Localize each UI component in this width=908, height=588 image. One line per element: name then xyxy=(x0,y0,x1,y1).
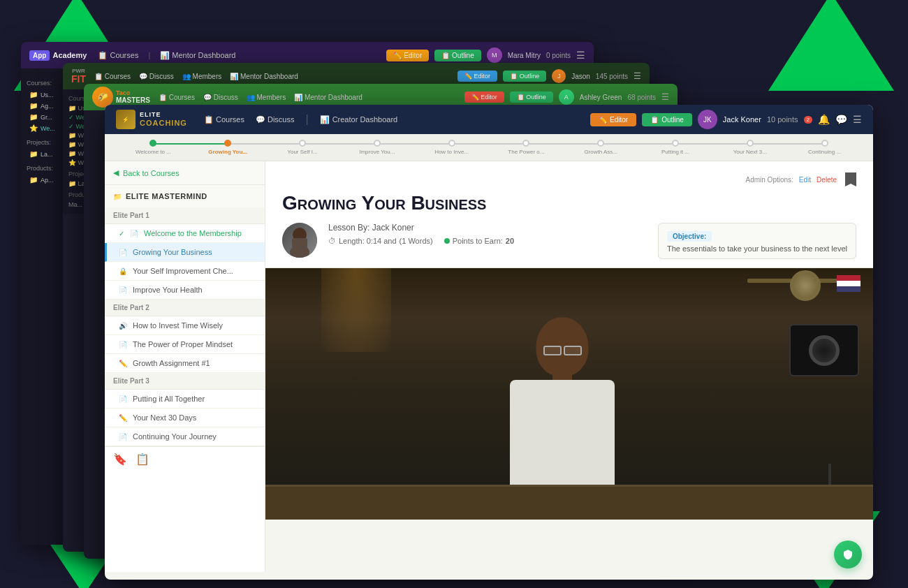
bookmark-icon[interactable] xyxy=(845,172,856,186)
video-background xyxy=(265,268,873,520)
page-icon: 📄 xyxy=(119,249,127,256)
outline-button[interactable]: 📋 Outline xyxy=(642,113,692,126)
bookmark-button[interactable]: 🔖 xyxy=(113,453,127,466)
elite-nav-links: 📋 Courses 💬 Discuss | 📊 Creator Dashboar… xyxy=(204,113,397,126)
editor-button[interactable]: ✏️ Editor xyxy=(590,113,636,126)
lesson-title: Welcome to the Membership xyxy=(144,229,242,237)
lesson-putting-together[interactable]: 📄 Putting it All Together xyxy=(105,390,265,409)
bell-icon[interactable]: 🔔 xyxy=(818,114,830,125)
back-to-courses-btn[interactable]: ◀ Back to Courses xyxy=(105,161,265,185)
user-name: Jason xyxy=(571,73,590,80)
admin-edit-link[interactable]: Edit xyxy=(799,176,811,184)
video-container[interactable] xyxy=(265,268,873,520)
step-line-9 xyxy=(750,143,825,145)
glasses-right xyxy=(564,346,582,355)
lesson-next-30-days[interactable]: ✏️ Your Next 30 Days xyxy=(105,409,265,427)
nav-members[interactable]: 👥 Members xyxy=(247,94,286,101)
step-dot-8 xyxy=(672,140,679,147)
lesson-title: Your Self Improvement Che... xyxy=(133,267,233,275)
outline-icon: 📋 xyxy=(650,116,659,124)
nav-discuss[interactable]: 💬 Discuss xyxy=(256,115,295,124)
editor-icon: ✏️ xyxy=(599,116,607,124)
lesson-continuing[interactable]: 📄 Continuing Your Journey xyxy=(105,427,265,446)
page-icon: 📄 xyxy=(119,395,127,403)
notification-badge[interactable]: 2 xyxy=(804,116,812,124)
points-detail: Points to Earn: 20 xyxy=(444,237,514,245)
lesson-self-improvement[interactable]: 🔒 Your Self Improvement Che... xyxy=(105,262,265,281)
back-label: Back to Courses xyxy=(123,169,180,177)
menu-icon[interactable]: ☰ xyxy=(576,50,585,61)
step-dot-6 xyxy=(522,140,529,147)
note-button[interactable]: 📋 xyxy=(136,453,149,466)
editor-button[interactable]: ✏️ Editor xyxy=(386,50,429,61)
nav-creator-dashboard[interactable]: 📊 Creator Dashboard xyxy=(320,115,398,124)
step-label-1: Welcome to ... xyxy=(136,149,171,155)
nav-members[interactable]: 👥 Members xyxy=(182,73,221,80)
nav-mentor[interactable]: 📊 Mentor Dashboard xyxy=(230,73,298,80)
lesson-invest-time[interactable]: 🔊 How to Invest Time Wisely xyxy=(105,316,265,335)
menu-icon[interactable]: ☰ xyxy=(661,92,669,102)
outline-btn[interactable]: 📋 Outline xyxy=(503,71,546,82)
nav-courses[interactable]: 📋 Courses xyxy=(159,94,195,101)
menu-icon[interactable]: ☰ xyxy=(853,114,862,125)
objective-header: Objective: xyxy=(667,231,712,242)
lesson-growth-assignment[interactable]: ✏️ Growth Assignment #1 xyxy=(105,354,265,373)
course-title-icon: 📁 xyxy=(113,193,122,200)
nav-mentor-link[interactable]: 📊 Mentor Dashboard xyxy=(160,51,235,60)
progress-step-10[interactable]: Continuing ... xyxy=(787,140,862,155)
lesson-welcome[interactable]: ✓ 📄 Welcome to the Membership xyxy=(105,224,265,243)
nav-courses-link[interactable]: 📋 Courses xyxy=(98,51,138,60)
user-avatar: JK xyxy=(698,110,717,129)
admin-options: Admin Options: Edit Delete xyxy=(282,172,856,186)
progress-step-6[interactable]: The Power o... xyxy=(489,140,564,155)
words-text: (1 Words) xyxy=(400,237,433,245)
scene-flag xyxy=(837,275,861,292)
green-circle-button[interactable] xyxy=(834,541,862,568)
nav-mentor[interactable]: 📊 Mentor Dashboard xyxy=(294,94,363,101)
objective-text: The essentials to take your business to … xyxy=(667,244,847,253)
progress-step-4[interactable]: Improve You... xyxy=(339,140,414,155)
appacademy-logo: App Academy xyxy=(29,50,87,61)
outline-button[interactable]: 📋 Outline xyxy=(434,50,481,61)
page-icon: 📄 xyxy=(130,230,138,237)
step-line-5 xyxy=(452,143,527,145)
person-head xyxy=(536,317,589,376)
admin-delete-link[interactable]: Delete xyxy=(817,176,837,184)
progress-step-5[interactable]: How to Inve... xyxy=(414,140,489,155)
progress-step-3[interactable]: Your Self I... xyxy=(265,140,340,155)
lesson-growing[interactable]: 📄 Growing Your Business xyxy=(105,243,265,262)
progress-step-2[interactable]: Growing You... xyxy=(191,140,265,155)
step-label-6: The Power o... xyxy=(508,149,544,155)
progress-step-8[interactable]: Putting it ... xyxy=(638,140,713,155)
progress-step-1[interactable]: Welcome to ... xyxy=(116,140,191,155)
user-name: Ashley Green xyxy=(580,94,622,101)
elite-logo: ⚡ ELITE COACHING xyxy=(116,110,187,129)
nav-discuss[interactable]: 💬 Discuss xyxy=(139,73,174,80)
nav-discuss[interactable]: 💬 Discuss xyxy=(203,94,238,101)
nav-courses[interactable]: 📋 Courses xyxy=(204,115,244,124)
sidebar-bottom: 🔖 📋 xyxy=(105,446,265,471)
editor-btn[interactable]: ✏️ Editor xyxy=(464,91,504,103)
elite-navbar: ⚡ ELITE COACHING 📋 Courses 💬 Discuss | 📊… xyxy=(105,105,873,134)
step-label-7: Growth Ass... xyxy=(584,149,617,155)
menu-icon[interactable]: ☰ xyxy=(634,71,641,81)
lesson-health[interactable]: 📄 Improve Your Health xyxy=(105,281,265,300)
lesson-mindset[interactable]: 📄 The Power of Proper Mindset xyxy=(105,335,265,354)
editor-btn[interactable]: ✏️ Editor xyxy=(457,71,497,82)
elite-logo-icon: ⚡ xyxy=(116,110,136,129)
nav-courses[interactable]: 📋 Courses xyxy=(94,73,131,80)
outline-btn[interactable]: 📋 Outline xyxy=(510,91,553,103)
step-line-1 xyxy=(153,143,228,145)
chat-icon[interactable]: 💬 xyxy=(835,114,847,125)
progress-step-7[interactable]: Growth Ass... xyxy=(564,140,638,155)
progress-step-9[interactable]: Your Next 3... xyxy=(712,140,787,155)
page-icon: 📄 xyxy=(119,286,127,294)
step-line-2 xyxy=(228,143,302,145)
audio-icon: 🔊 xyxy=(119,322,127,330)
fit-text: FIT xyxy=(71,74,86,84)
instructor-avatar xyxy=(282,223,317,258)
lock-icon: 🔒 xyxy=(119,267,127,275)
user-name: Mara Mitry xyxy=(508,52,541,59)
step-dot-9 xyxy=(747,140,754,147)
editor-label: Editor xyxy=(610,116,628,124)
